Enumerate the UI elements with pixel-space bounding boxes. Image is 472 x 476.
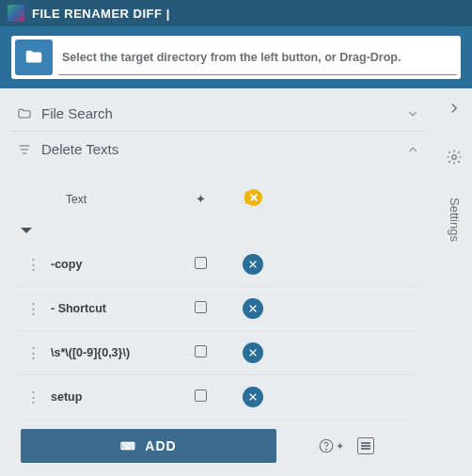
delete-texts-title: Delete Texts xyxy=(41,141,397,157)
svg-point-10 xyxy=(452,155,457,160)
collapse-arrow[interactable] xyxy=(21,228,32,233)
title-bar: FILE RENAMER DIFF | xyxy=(0,0,472,26)
regex-checkbox[interactable] xyxy=(195,301,207,313)
delete-row-button[interactable] xyxy=(243,387,263,407)
svg-point-9 xyxy=(326,449,327,450)
list-icon[interactable] xyxy=(357,437,374,454)
row-text[interactable]: \s*\([0-9]{0,3}\) xyxy=(47,346,174,359)
drag-handle[interactable]: ⋮ xyxy=(21,389,47,405)
col-header-text: Text xyxy=(47,193,174,206)
regex-checkbox[interactable] xyxy=(195,257,207,269)
file-search-header[interactable]: File Search xyxy=(9,96,427,131)
chevron-down-icon xyxy=(406,107,419,120)
filter-icon xyxy=(17,142,32,157)
add-button-label: ADD xyxy=(145,438,176,453)
col-header-regex[interactable]: ✦ xyxy=(174,192,227,206)
drag-handle[interactable]: ⋮ xyxy=(21,256,47,273)
delete-row-button[interactable] xyxy=(243,298,263,319)
chevron-right-icon xyxy=(446,100,463,117)
sparkle-icon: ✦ xyxy=(196,192,206,206)
delete-texts-content: Text ✦ ( ⋮-copy⋮- Shortcut⋮\s*\([0-9]{0,… xyxy=(9,167,427,470)
title-cursor: | xyxy=(166,7,170,21)
settings-label: Settings xyxy=(448,198,462,242)
col-header-delete[interactable]: ( xyxy=(227,189,279,209)
settings-button[interactable] xyxy=(446,149,463,169)
drag-handle[interactable]: ⋮ xyxy=(21,344,47,361)
main: File Search Delete Texts Text ✦ ( ⋮-copy… xyxy=(0,88,436,476)
delete-row-button[interactable] xyxy=(243,342,263,363)
app-icon xyxy=(8,5,24,22)
gear-icon xyxy=(446,149,463,166)
help-icon[interactable]: ✦ xyxy=(318,437,344,454)
body: File Search Delete Texts Text ✦ ( ⋮-copy… xyxy=(0,88,472,476)
delete-texts-header[interactable]: Delete Texts xyxy=(9,132,427,167)
app-title: FILE RENAMER DIFF xyxy=(32,7,163,21)
delete-row-button[interactable] xyxy=(243,254,263,275)
keyboard-icon: ⌨ xyxy=(120,440,135,452)
yellow-close-icon xyxy=(245,189,262,206)
table-body: ⋮-copy⋮- Shortcut⋮\s*\([0-9]{0,3}\)⋮setu… xyxy=(17,243,419,420)
table-row: ⋮-copy xyxy=(17,243,419,287)
row-text[interactable]: -copy xyxy=(47,258,174,271)
section-delete-texts: Delete Texts Text ✦ ( ⋮-copy⋮- Shortcut⋮… xyxy=(9,132,427,470)
drag-handle[interactable]: ⋮ xyxy=(21,300,47,317)
directory-placeholder[interactable]: Select the target directory from the lef… xyxy=(58,40,457,75)
table-row: ⋮setup xyxy=(17,375,419,420)
add-button[interactable]: ⌨ ADD xyxy=(21,429,276,463)
side-panel: Settings xyxy=(436,88,472,476)
folder-icon xyxy=(24,47,44,68)
table-row: ⋮\s*\([0-9]{0,3}\) xyxy=(17,331,419,375)
choose-folder-button[interactable] xyxy=(15,40,53,75)
chevron-up-icon xyxy=(406,143,419,156)
file-search-title: File Search xyxy=(41,105,397,121)
regex-checkbox[interactable] xyxy=(195,345,207,357)
footer: ⌨ ADD ✦ xyxy=(17,420,419,463)
expand-right-button[interactable] xyxy=(446,100,463,120)
footer-icons: ✦ xyxy=(318,437,374,454)
directory-input-row: Select the target directory from the lef… xyxy=(11,36,461,79)
folder-outline-icon xyxy=(17,106,32,121)
row-text[interactable]: setup xyxy=(47,390,174,404)
table-header: Text ✦ ( xyxy=(17,183,419,222)
table-row: ⋮- Shortcut xyxy=(17,287,419,331)
regex-checkbox[interactable] xyxy=(195,389,207,402)
row-text[interactable]: - Shortcut xyxy=(47,302,174,315)
section-file-search: File Search xyxy=(9,96,427,132)
directory-bar: Select the target directory from the lef… xyxy=(0,26,472,88)
